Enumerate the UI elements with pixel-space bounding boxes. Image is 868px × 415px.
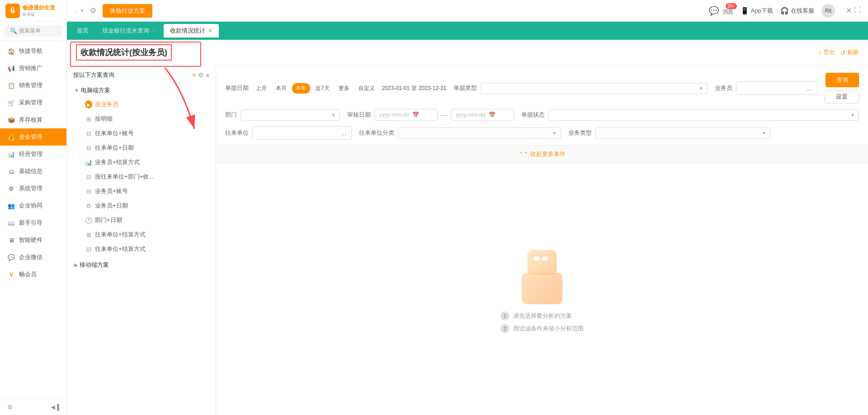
tree-item-salesperson-account[interactable]: ⊟ 业务员+账号 <box>78 184 212 198</box>
audit-date-to[interactable]: yyyy-mm-dd 📅 <box>451 109 514 121</box>
date-tab-this-year[interactable]: 本年 <box>292 83 310 94</box>
settings-footer-icon[interactable]: ⚙ <box>7 404 13 410</box>
sidebar-item-finance[interactable]: 💰 资金管理 <box>0 128 66 146</box>
date-tab-this-month[interactable]: 本月 <box>272 83 290 94</box>
audit-date-label: 审核日期 <box>347 111 371 119</box>
biz-type-select[interactable]: ▾ <box>595 127 770 139</box>
partner-category-group: 往来单位分类 ▾ <box>359 127 561 139</box>
tree-item-dept-date[interactable]: 🕐 部门+日期 <box>78 213 212 227</box>
audit-date-from[interactable]: yyyy-mm-dd 📅 <box>374 109 438 121</box>
hint-num-2: 2 <box>500 324 509 333</box>
sidebar-item-purchase[interactable]: 🛒 采购管理 <box>0 94 66 111</box>
mobile-arrow-icon: ▶ <box>74 262 78 268</box>
main-area: ... ▾ ⚙ 体验行业方案 💬 99+ 消息 📱 App下载 🎧 在线客服 R… <box>67 0 868 415</box>
collab-icon: 👥 <box>7 202 15 210</box>
dept-select[interactable]: ▾ <box>241 109 340 121</box>
guide-icon: 📖 <box>7 219 15 227</box>
sidebar-item-hardware[interactable]: 🖥 智能硬件 <box>0 231 66 249</box>
sidebar-search-area[interactable]: 🔍 搜索菜单 <box>0 22 66 41</box>
tab-home[interactable]: 首页 <box>71 24 95 38</box>
sidebar-item-operations[interactable]: 📊 经营管理 <box>0 146 66 163</box>
sidebar-item-sales[interactable]: 📋 销售管理 <box>0 77 66 94</box>
tree-item-by-salesperson[interactable]: ▶ 按业务员 <box>78 97 212 112</box>
filter-settings-btn[interactable]: 设置 <box>825 90 859 104</box>
sidebar-item-member[interactable]: V 畅会员 <box>0 266 66 283</box>
operations-icon: 📊 <box>7 150 15 158</box>
tree-item-salesperson-settle[interactable]: 📊 业务员+结算方式 <box>78 155 212 170</box>
online-service-btn[interactable]: 🎧 在线客服 <box>780 7 814 15</box>
collapse-panel-btn[interactable]: « <box>206 71 209 79</box>
sidebar-item-weixin[interactable]: 💬 企业微信 <box>0 249 66 266</box>
doc-status-label: 单据状态 <box>521 111 545 119</box>
maximize-window-btn[interactable]: ⛶ <box>854 6 861 15</box>
date-label: 单据日期 <box>225 84 249 92</box>
tab-receipt-close[interactable]: ✕ <box>208 28 212 34</box>
trial-btn[interactable]: 体验行业方案 <box>103 4 152 18</box>
tree-parent-pc[interactable]: ▼ 电脑端方案 <box>71 84 212 97</box>
filter-row-2: 部门 ▾ 审核日期 yyyy-mm-dd 📅 — <box>225 109 859 121</box>
tree-item-partner-date[interactable]: ⊟ 往来单位+日期 <box>78 141 212 155</box>
add-scheme-btn[interactable]: + <box>192 71 196 79</box>
doc-type-select[interactable]: ▾ <box>481 83 708 94</box>
partner-select[interactable]: ... <box>252 126 352 140</box>
sidebar-item-basics[interactable]: 🗂 基础信息 <box>0 163 66 180</box>
hint-num-1: 1 <box>500 311 509 321</box>
message-btn[interactable]: 💬 99+ 消息 <box>709 6 733 16</box>
refresh-btn[interactable]: ↺ 刷新 <box>840 48 859 57</box>
left-panel: 按以下方案查询 + ⚙ « ▼ 电脑端方案 ▶ <box>67 66 216 415</box>
date-tab-custom[interactable]: 自定义 <box>355 83 378 94</box>
salesperson-select[interactable]: ... <box>736 81 817 95</box>
export-btn[interactable]: ↑ 导出 <box>819 48 835 57</box>
tree-item-partner-settle2[interactable]: ⊟ 往来单位+结算方式 <box>78 242 212 256</box>
date-dash: — <box>441 112 447 118</box>
collapse-bar[interactable]: ⌃⌃ 收起更多条件 <box>216 145 868 163</box>
breadcrumb-text: ... <box>74 8 79 14</box>
partner-category-select[interactable]: ▾ <box>398 127 561 139</box>
partner-category-label: 往来单位分类 <box>359 129 394 137</box>
date-tab-last-month[interactable]: 上月 <box>252 83 270 94</box>
doc-status-select[interactable]: ▾ <box>548 109 859 121</box>
user-avatar[interactable]: Rit <box>821 4 835 18</box>
basics-icon: 🗂 <box>7 167 15 175</box>
tree-item-salesperson-date[interactable]: ⚙ 业务员+日期 <box>78 198 212 213</box>
tree-item-by-detail[interactable]: ⊞ 按明细 <box>78 112 212 126</box>
dept-chevron: ▾ <box>332 112 335 118</box>
tree-children-pc: ▶ 按业务员 ⊞ 按明细 ⊟ 往来单位+账号 ⊟ 往来单位+日期 <box>71 97 212 256</box>
partner-group: 往来单位 ... <box>225 126 352 140</box>
sidebar-item-marketing[interactable]: 📢 营销推广 <box>0 60 66 77</box>
tree-item-partner-account[interactable]: ⊟ 往来单位+账号 <box>78 126 212 141</box>
search-menu-btn[interactable]: 🔍 搜索菜单 <box>5 25 62 37</box>
inventory-icon: 📦 <box>7 116 15 124</box>
weixin-icon: 💬 <box>7 253 15 261</box>
salesperson-group: 业务员 ... <box>715 81 817 95</box>
robot-eye-right <box>542 256 548 261</box>
partner-dots[interactable]: ... <box>341 129 347 137</box>
sidebar-item-system[interactable]: ⚙ 系统管理 <box>0 180 66 197</box>
dept-date-icon: 🕐 <box>85 217 92 224</box>
tree-item-by-partner-dept[interactable]: ⊟ 按往来单位+部门+收... <box>78 170 212 184</box>
collapse-up-icon: ⌃⌃ <box>519 151 528 158</box>
sidebar-item-collab[interactable]: 👥 企业协同 <box>0 197 66 214</box>
search-menu-label: 搜索菜单 <box>19 27 41 35</box>
collapse-sidebar-btn[interactable]: ◀▐ <box>51 404 59 410</box>
salesperson-label: 业务员 <box>715 84 732 92</box>
sidebar-item-quicknav[interactable]: 🏠 快捷导航 <box>0 42 66 60</box>
sidebar-item-guide[interactable]: 📖 新手引导 <box>0 214 66 231</box>
tree-item-partner-settle1[interactable]: ⊞ 往来单位+结算方式 <box>78 227 212 242</box>
tree-parent-mobile[interactable]: ▶ 移动端方案 <box>71 258 212 272</box>
date-tab-7days[interactable]: 近7天 <box>312 83 333 94</box>
close-window-btn[interactable]: ✕ <box>846 6 852 15</box>
robot-eye-left <box>533 256 540 261</box>
tab-bank-close[interactable]: ✕ <box>152 28 156 34</box>
tab-bank[interactable]: 现金银行流水查询 ✕ <box>96 24 163 38</box>
scheme-settings-btn[interactable]: ⚙ <box>198 71 204 79</box>
filter-actions: 查询 设置 <box>825 73 859 104</box>
date-tab-more[interactable]: 更多 <box>335 83 353 94</box>
tab-receipt[interactable]: 收款情况统计 ✕ <box>164 24 219 38</box>
query-btn[interactable]: 查询 <box>826 73 859 87</box>
app-download-btn[interactable]: 📱 App下载 <box>741 7 773 15</box>
topbar-gear-icon[interactable]: ⚙ <box>90 6 96 15</box>
sidebar-item-inventory[interactable]: 📦 库存核算 <box>0 111 66 128</box>
salesperson-dots[interactable]: ... <box>807 84 812 92</box>
calendar-icon: 📅 <box>412 112 419 118</box>
